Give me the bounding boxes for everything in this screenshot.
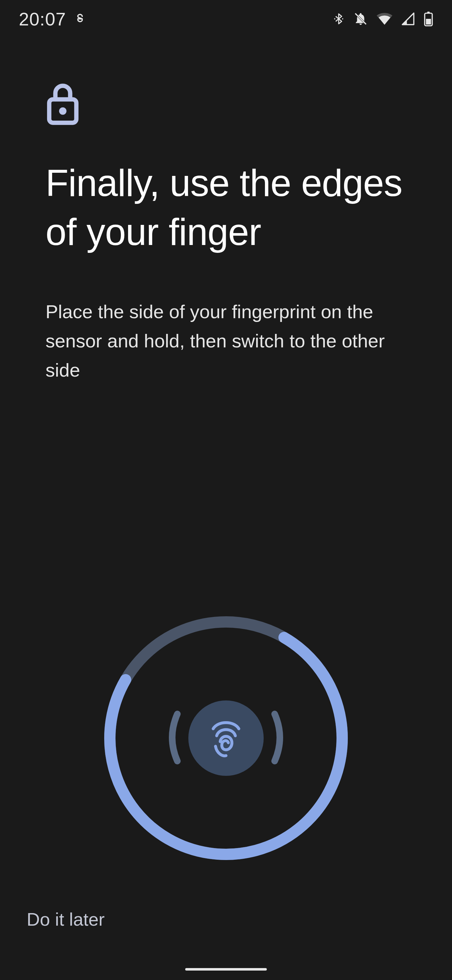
svg-point-1 <box>334 18 335 19</box>
wifi-icon <box>377 13 392 25</box>
content: Finally, use the edges of your finger Pl… <box>46 82 406 385</box>
vibrate-right-icon <box>270 709 289 767</box>
battery-icon <box>424 11 433 26</box>
nav-handle[interactable] <box>185 968 267 970</box>
page-title: Finally, use the edges of your finger <box>46 158 406 256</box>
vibrate-left-icon <box>163 709 182 767</box>
do-it-later-button[interactable]: Do it later <box>27 902 105 936</box>
svg-rect-7 <box>426 19 431 24</box>
status-bar: 20:07 <box>0 0 452 38</box>
fingerprint-sensor[interactable] <box>188 700 264 776</box>
svg-point-9 <box>59 107 67 115</box>
lock-icon <box>46 82 406 127</box>
fingerprint-icon <box>207 717 245 759</box>
currency-icon <box>73 12 87 25</box>
status-right <box>333 11 433 26</box>
status-time: 20:07 <box>19 8 66 30</box>
page-subtitle: Place the side of your fingerprint on th… <box>46 297 406 385</box>
dnd-off-icon <box>354 12 368 26</box>
svg-point-2 <box>342 18 343 19</box>
footer: Do it later <box>27 902 105 936</box>
svg-rect-6 <box>427 12 430 14</box>
status-left: 20:07 <box>19 8 87 30</box>
fingerprint-sensor-area[interactable] <box>100 612 352 864</box>
signal-icon <box>401 12 415 26</box>
bluetooth-icon <box>333 12 345 26</box>
